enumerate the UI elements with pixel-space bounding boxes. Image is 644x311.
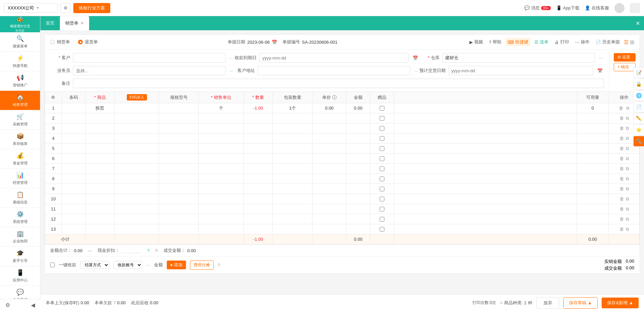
row-unit[interactable]: 个 <box>199 103 244 113</box>
online-service-action[interactable]: 👤 在线客服 <box>585 5 609 11</box>
list-view-icon[interactable]: ☰ <box>624 39 629 45</box>
delete-icon[interactable]: 🗑 <box>619 227 624 232</box>
sidebar-item-purchase[interactable]: 🛒 采购管理 <box>0 110 40 130</box>
customer-addr-more-icon[interactable]: ··· <box>413 68 419 73</box>
col-settings[interactable]: ⚙ <box>45 92 62 103</box>
salesperson-more-icon[interactable]: ··· <box>228 68 235 73</box>
calendar-icon[interactable]: 📅 <box>272 40 277 45</box>
copy-icon[interactable]: ⧉ <box>626 196 629 201</box>
copy-icon[interactable]: ⧉ <box>626 166 629 171</box>
product-kind[interactable]: ○ 商品种类: 1 种 <box>500 300 532 306</box>
sidebar-item-system[interactable]: ⚙️ 系统管理 <box>0 208 40 227</box>
delete-icon[interactable]: 🗑 <box>619 186 624 191</box>
tab-home[interactable]: 首页 <box>40 16 60 30</box>
row-amount[interactable]: 0.00 <box>346 103 370 113</box>
copy-icon[interactable]: ⧉ <box>626 136 629 141</box>
delete-icon[interactable]: 🗑 <box>619 116 624 121</box>
float-btn-globe[interactable]: 🌐 <box>633 90 644 101</box>
remarks-input[interactable] <box>73 79 604 88</box>
copy-icon[interactable]: ⧉ <box>626 156 629 161</box>
sidebar-item-apps[interactable]: 📱 应用中心 <box>0 266 40 286</box>
method-select[interactable]: 结算方式 <box>80 261 109 269</box>
save-new-button[interactable]: 保存&新增 ▲ <box>602 298 639 308</box>
row-product[interactable]: 拆页 <box>85 103 114 113</box>
delete-icon[interactable]: 🗑 <box>619 136 624 141</box>
copy-icon[interactable]: ⧉ <box>626 227 629 232</box>
toolbar-print[interactable]: 🖨 打印 <box>553 38 571 46</box>
float-btn-pencil[interactable]: ✏️ <box>633 113 644 124</box>
sidebar-item-marketing[interactable]: 📢 营销推广 <box>0 71 40 91</box>
account-select[interactable]: 收款账号 <box>113 261 142 269</box>
collapse-icon[interactable]: ◀ <box>31 302 35 308</box>
float-btn-star[interactable]: ⭐ <box>633 124 644 135</box>
row-qty[interactable]: -1.00 <box>243 103 272 113</box>
salesperson-input[interactable] <box>73 66 226 75</box>
user-menu[interactable] <box>630 3 640 13</box>
account-more-icon[interactable]: ··· <box>146 263 150 268</box>
delete-icon[interactable]: 🗑 <box>619 126 624 131</box>
toolbar-select[interactable]: ☰ 选单 <box>532 38 551 46</box>
copy-icon[interactable]: ⧉ <box>626 206 629 211</box>
copy-icon[interactable]: ⧉ <box>626 116 629 121</box>
save-draft-button[interactable]: 保存草稿 ▲ <box>563 297 598 309</box>
grid-view-icon[interactable]: ⊞ <box>630 39 634 45</box>
row-spec[interactable] <box>159 103 199 113</box>
settings-icon[interactable]: ⚙ <box>61 3 71 13</box>
col-scan[interactable]: 扫码录入 <box>115 92 159 103</box>
sidebar-item-sales[interactable]: 🏠 销售管理 <box>0 91 40 110</box>
trial-button[interactable]: 体验行业方案 <box>73 3 110 13</box>
settings-action-btn[interactable]: ⚙ 设置 <box>614 53 636 62</box>
radio-sales-dot[interactable] <box>50 40 55 44</box>
scan-btn[interactable]: 扫码录入 <box>127 94 147 101</box>
sidebar-item-operations[interactable]: 📊 经营管理 <box>0 169 40 188</box>
toolbar-help[interactable]: ? 帮助 <box>487 38 503 46</box>
due-date-input[interactable] <box>259 53 409 63</box>
tab-sales-order[interactable]: 销货单 ✕ <box>60 16 89 30</box>
expected-delivery-input[interactable] <box>448 66 593 75</box>
delete-icon[interactable]: 🗑 <box>619 146 624 151</box>
delete-icon[interactable]: 🗑 <box>619 196 624 201</box>
warehouse-more-icon[interactable]: ··· <box>598 55 604 61</box>
due-date-cal-icon[interactable]: 📅 <box>411 55 419 61</box>
sidebar-item-search[interactable]: 🔍 搜索菜单 <box>0 32 40 52</box>
row-unit-price[interactable]: 0.00 <box>312 103 346 113</box>
sidebar-item-basic-info[interactable]: 📋 基础信息 <box>0 188 40 208</box>
sidebar-item-finance[interactable]: 💰 资金管理 <box>0 149 40 169</box>
sidebar-item-inventory[interactable]: 📦 库存核算 <box>0 130 40 149</box>
row-barcode[interactable] <box>62 103 85 113</box>
float-btn-doc[interactable]: 📄 <box>633 102 644 112</box>
float-btn-orange[interactable]: 🔧 <box>633 136 644 147</box>
sidebar-item-enterprise[interactable]: 🏢 企业协同 <box>0 227 40 247</box>
fee-btn[interactable]: 费用分摊 <box>190 261 214 270</box>
copy-icon[interactable]: ⧉ <box>626 106 629 111</box>
message-action[interactable]: 💬 消息 99+ <box>524 5 551 11</box>
company-selector[interactable]: XXXXXX公司 ▼ <box>4 3 58 13</box>
radio-return-dot[interactable] <box>78 40 83 44</box>
delete-icon[interactable]: 🗑 <box>619 176 624 181</box>
warehouse-input[interactable] <box>442 53 595 63</box>
float-btn-edit[interactable]: 📝 <box>633 67 644 78</box>
copy-icon[interactable]: ⧉ <box>626 126 629 131</box>
avatar[interactable] <box>614 3 624 13</box>
customer-addr-input[interactable] <box>258 66 410 75</box>
app-download-action[interactable]: 📱 App下载 <box>556 5 579 11</box>
customer-input[interactable] <box>73 53 226 63</box>
cash-discount-input[interactable] <box>121 248 142 253</box>
customer-more-icon[interactable]: ··· <box>228 55 235 61</box>
copy-icon[interactable]: ⧉ <box>626 146 629 151</box>
toolbar-history[interactable]: 📄 历史单据 <box>594 38 622 46</box>
discard-button[interactable]: 放弃 <box>536 297 559 309</box>
sidebar-item-guide[interactable]: 🎓 新手引导 <box>0 247 40 266</box>
one-click-checkbox[interactable] <box>50 263 55 267</box>
row-gift[interactable] <box>370 103 394 113</box>
delete-icon[interactable]: 🗑 <box>619 206 624 211</box>
add-btn[interactable]: ● 添加 <box>167 261 186 269</box>
delete-icon[interactable]: 🗑 <box>619 106 623 111</box>
tab-bar-close-icon[interactable]: ✕ <box>636 20 640 27</box>
copy-icon[interactable]: ⧉ <box>626 217 629 222</box>
expected-delivery-cal-icon[interactable]: 📅 <box>596 68 604 73</box>
float-btn-lock[interactable]: 🔒 <box>633 79 644 89</box>
tab-close-icon[interactable]: ✕ <box>80 21 84 26</box>
delete-icon[interactable]: 🗑 <box>619 217 624 222</box>
delete-icon[interactable]: 🗑 <box>619 156 624 161</box>
